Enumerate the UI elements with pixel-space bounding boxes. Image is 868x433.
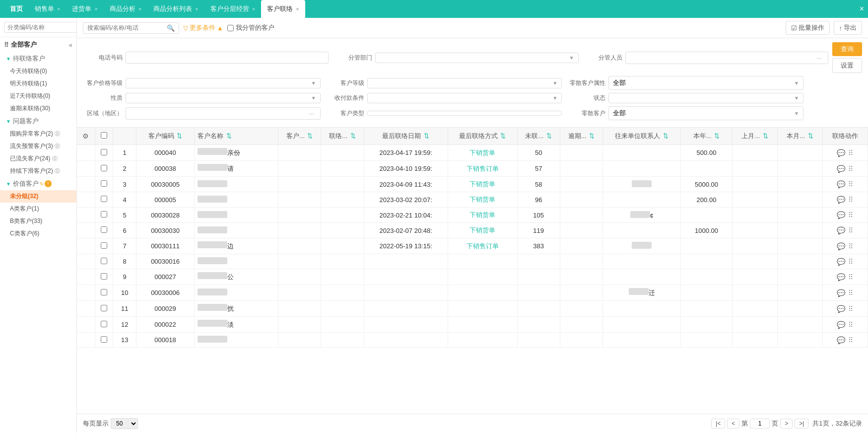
nature-select[interactable]: ▼ [126, 93, 321, 103]
sidebar-item-c-class[interactable]: C类客户(6) [0, 227, 76, 240]
tab-customer-contact[interactable]: 客户联络 × [261, 0, 305, 18]
sidebar-item-lost[interactable]: 已流失客户(24) ⓪ [0, 152, 76, 165]
tab-sales[interactable]: 销售单 × [29, 0, 66, 18]
last-way-link[interactable]: 下销货单 [469, 211, 495, 218]
sidebar-item-b-class[interactable]: B类客户(33) [0, 215, 76, 227]
region-ellipsis[interactable]: ··· [307, 110, 316, 117]
more-action-icon[interactable]: ⠿ [848, 196, 853, 204]
more-conditions-button[interactable]: ▽ 更多条件 ▲ [183, 23, 223, 32]
more-action-icon[interactable]: ⠿ [848, 336, 853, 344]
row-checkbox[interactable] [101, 211, 107, 217]
comment-icon[interactable]: 💬 [837, 289, 845, 297]
more-action-icon[interactable]: ⠿ [848, 273, 853, 281]
row-checkbox[interactable] [101, 242, 107, 249]
last-way-link[interactable]: 下销售订单 [467, 165, 499, 172]
th-type[interactable]: 客户... ⇅ [278, 128, 321, 145]
tab-sales-close[interactable]: × [57, 6, 60, 12]
status-select[interactable]: ▼ [608, 93, 803, 103]
tab-goods-analysis-close[interactable]: × [138, 6, 141, 12]
collapse-icon[interactable]: « [69, 41, 72, 49]
search-icon[interactable]: 🔍 [167, 24, 175, 32]
th-contact[interactable]: 联络... ⇅ [321, 128, 364, 145]
score-refresh-icon[interactable]: ↻ [40, 181, 44, 187]
tab-purchase-close[interactable]: × [94, 6, 97, 12]
manager-select[interactable]: ··· [625, 52, 828, 64]
row-checkbox[interactable] [101, 273, 107, 280]
select-all-checkbox[interactable] [101, 132, 107, 139]
row-checkbox[interactable] [101, 289, 107, 295]
sidebar-item-7days[interactable]: 近7天待联络(0) [0, 90, 76, 102]
th-this-year[interactable]: 本年... ⇅ [681, 128, 733, 145]
tab-goods-analysis-list-close[interactable]: × [195, 6, 198, 12]
customer-level-select[interactable]: ▼ [367, 78, 562, 88]
th-name[interactable]: 客户名称 ⇅ [195, 128, 278, 145]
row-checkbox[interactable] [101, 336, 107, 343]
tab-goods-analysis[interactable]: 商品分析 × [104, 0, 147, 18]
th-company-contact[interactable]: 往来单位联系人 ⇅ [603, 128, 681, 145]
all-customers-header[interactable]: ⠿ 全部客户 « [0, 37, 76, 52]
more-action-icon[interactable]: ⠿ [848, 180, 853, 188]
comment-icon[interactable]: 💬 [837, 211, 845, 219]
row-checkbox[interactable] [101, 180, 107, 187]
more-action-icon[interactable]: ⠿ [848, 165, 853, 173]
prev-page-button[interactable]: < [727, 419, 739, 429]
comment-icon[interactable]: 💬 [837, 336, 845, 344]
search-input[interactable] [87, 24, 167, 31]
batch-operations-button[interactable]: ☑ 批量操作 [786, 21, 830, 35]
more-action-icon[interactable]: ⠿ [848, 289, 853, 297]
more-action-icon[interactable]: ⠿ [848, 211, 853, 219]
column-settings-button[interactable]: ⚙ [82, 132, 89, 140]
more-action-icon[interactable]: ⠿ [848, 305, 853, 313]
phone-input[interactable] [126, 52, 329, 64]
sidebar-item-a-class[interactable]: A类客户(1) [0, 203, 76, 215]
reset-button[interactable]: 设置 [832, 58, 862, 73]
comment-icon[interactable]: 💬 [837, 305, 845, 313]
dept-select[interactable]: ▼ [375, 53, 578, 63]
more-action-icon[interactable]: ⠿ [848, 321, 853, 329]
sidebar-item-today[interactable]: 今天待联络(0) [0, 65, 76, 77]
last-page-button[interactable]: >| [795, 419, 808, 429]
th-this-month[interactable]: 本月... ⇅ [777, 128, 822, 145]
tab-customer-contact-close[interactable]: × [296, 6, 299, 12]
per-page-select[interactable]: 50 100 200 [111, 418, 138, 429]
more-action-icon[interactable]: ⠿ [848, 258, 853, 266]
page-number-input[interactable] [750, 419, 770, 429]
comment-icon[interactable]: 💬 [837, 321, 845, 329]
sidebar-item-abnormal[interactable]: 囤购异常客户(2) ⓪ [0, 128, 76, 140]
payment-select[interactable]: ▼ [367, 93, 562, 103]
retail-attr-select[interactable]: 全部 ▼ [608, 76, 803, 90]
price-level-select[interactable]: ▼ [126, 78, 321, 88]
customer-type-select[interactable] [367, 111, 562, 116]
sidebar-item-overdue[interactable]: 逾期未联络(30) [0, 102, 76, 115]
my-customers-checkbox[interactable] [227, 25, 234, 31]
row-checkbox[interactable] [101, 149, 107, 155]
sidebar-item-declining[interactable]: 持续下滑客户(2) ⓪ [0, 165, 76, 177]
problem-group-label[interactable]: ▼ 问题客户 [0, 115, 76, 128]
comment-icon[interactable]: 💬 [837, 165, 845, 173]
tab-customer-tier-close[interactable]: × [252, 6, 255, 12]
last-way-link[interactable]: 下销售订单 [467, 242, 499, 250]
manager-ellipsis[interactable]: ··· [814, 54, 824, 62]
row-checkbox[interactable] [101, 165, 107, 171]
more-action-icon[interactable]: ⠿ [848, 149, 853, 157]
th-last-way[interactable]: 最后联络方式 ⇅ [448, 128, 517, 145]
export-button[interactable]: ↑ 导出 [834, 21, 863, 35]
comment-icon[interactable]: 💬 [837, 226, 845, 234]
row-checkbox[interactable] [101, 196, 107, 202]
row-checkbox[interactable] [101, 258, 107, 264]
th-last-month[interactable]: 上月... ⇅ [732, 128, 777, 145]
region-select[interactable]: ··· [126, 107, 321, 120]
last-way-link[interactable]: 下销货单 [469, 180, 495, 188]
more-action-icon[interactable]: ⠿ [848, 226, 853, 234]
sidebar-item-unsorted[interactable]: 未分组(32) [0, 190, 76, 203]
th-unlink-days[interactable]: 未联... ⇅ [517, 128, 560, 145]
retail-customer-select[interactable]: 全部 ▼ [608, 106, 803, 120]
next-page-button[interactable]: > [780, 419, 793, 429]
sidebar-search-input[interactable] [4, 22, 77, 33]
comment-icon[interactable]: 💬 [837, 273, 845, 281]
last-way-link[interactable]: 下销货单 [469, 196, 495, 203]
query-button[interactable]: 查询 [832, 42, 862, 56]
tab-customer-tier[interactable]: 客户分层经营 × [204, 0, 261, 18]
last-way-link[interactable]: 下销货单 [469, 149, 495, 156]
row-checkbox[interactable] [101, 305, 107, 311]
